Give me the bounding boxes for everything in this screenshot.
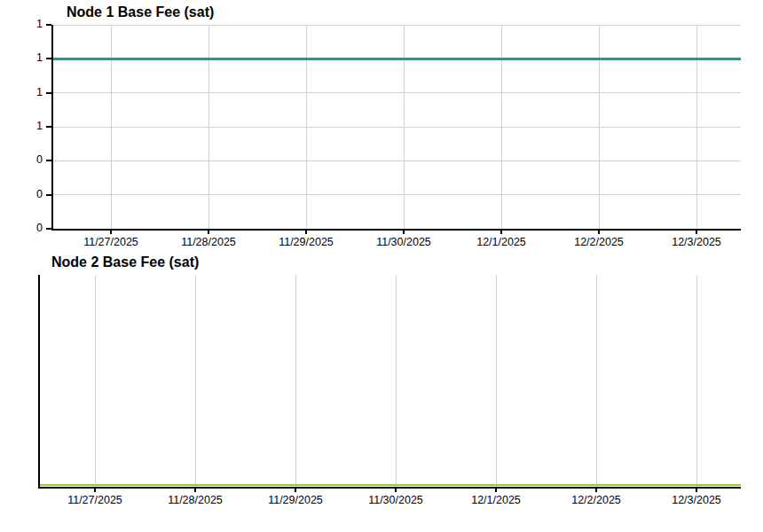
series-line-node-1-base-fee — [53, 58, 741, 60]
x-tick-label: 11/27/2025 — [51, 494, 139, 506]
x-tick-label: 11/28/2025 — [164, 236, 253, 248]
x-tick-label: 12/3/2025 — [652, 236, 741, 248]
gridline-horizontal — [53, 92, 741, 93]
x-tick-mark — [208, 229, 209, 234]
gridline-horizontal — [53, 194, 741, 195]
x-tick-label: 11/27/2025 — [67, 236, 155, 248]
y-tick-mark — [46, 58, 51, 59]
y-tick-label: 1 — [11, 120, 43, 132]
gridline-horizontal — [53, 160, 741, 161]
x-tick-mark — [110, 229, 112, 234]
y-tick-mark — [46, 126, 51, 128]
gridline-vertical — [95, 275, 96, 487]
y-tick-mark — [46, 194, 51, 196]
y-tick-mark — [46, 228, 51, 230]
x-tick-label: 11/29/2025 — [251, 494, 340, 506]
y-tick-mark — [46, 92, 51, 94]
x-tick-mark — [305, 229, 307, 234]
series-line-node-2-base-fee — [40, 484, 741, 487]
gridline-vertical — [396, 275, 397, 487]
y-tick-label: 1 — [11, 86, 43, 98]
x-tick-label: 12/2/2025 — [552, 494, 641, 506]
gridline-horizontal — [53, 127, 741, 128]
gridline-vertical — [696, 275, 697, 487]
y-tick-label: 0 — [11, 222, 43, 234]
y-tick-label: 0 — [11, 153, 43, 166]
gridline-vertical — [496, 275, 497, 487]
x-tick-mark — [598, 229, 600, 234]
x-tick-mark — [295, 487, 296, 492]
x-tick-label: 12/2/2025 — [555, 236, 643, 248]
gridline-horizontal — [53, 25, 741, 26]
charts-page: Node 1 Base Fee (sat) 111100011/27/20251… — [0, 0, 763, 532]
node2-chart-title: Node 2 Base Fee (sat) — [51, 254, 199, 270]
x-tick-label: 12/3/2025 — [652, 494, 741, 506]
x-tick-label: 11/29/2025 — [262, 236, 350, 248]
x-tick-mark — [696, 487, 697, 492]
x-tick-label: 11/30/2025 — [359, 236, 448, 248]
x-tick-mark — [395, 487, 397, 492]
gridline-vertical — [596, 275, 597, 487]
y-tick-label: 1 — [11, 51, 43, 64]
y-tick-label: 1 — [11, 18, 43, 30]
x-tick-mark — [696, 229, 697, 234]
x-tick-label: 12/1/2025 — [452, 494, 540, 506]
x-tick-mark — [194, 487, 196, 492]
x-tick-mark — [500, 229, 502, 234]
x-tick-label: 11/28/2025 — [151, 494, 240, 506]
y-tick-mark — [46, 24, 51, 26]
node2-plot-area: 11/27/202511/28/202511/29/202511/30/2025… — [38, 275, 741, 489]
gridline-vertical — [195, 275, 196, 487]
x-tick-mark — [595, 487, 597, 492]
node1-plot-area: 111100011/27/202511/28/202511/29/202511/… — [51, 25, 741, 231]
y-tick-label: 0 — [11, 188, 43, 200]
x-tick-label: 12/1/2025 — [457, 236, 546, 248]
node1-chart-title: Node 1 Base Fee (sat) — [67, 4, 214, 20]
x-tick-mark — [403, 229, 405, 234]
y-tick-mark — [46, 160, 51, 161]
x-tick-label: 11/30/2025 — [351, 494, 440, 506]
x-tick-mark — [495, 487, 497, 492]
x-tick-mark — [94, 487, 96, 492]
gridline-vertical — [295, 275, 296, 487]
